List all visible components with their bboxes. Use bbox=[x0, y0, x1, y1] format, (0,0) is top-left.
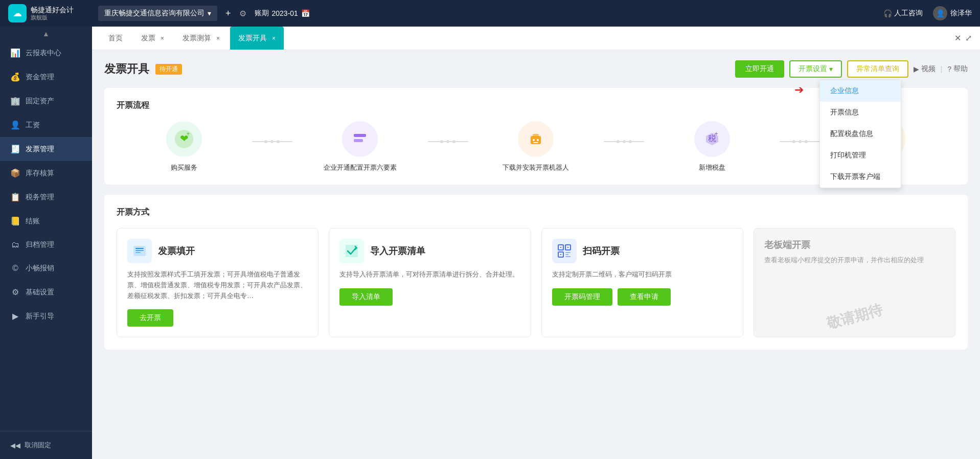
dropdown-item-tax-disk[interactable]: 配置税盘信息 bbox=[820, 123, 901, 145]
tab-fapiao-kaiju[interactable]: 发票开具 × bbox=[230, 27, 284, 50]
settings-button[interactable]: 开票设置 ▾ bbox=[789, 60, 842, 78]
sidebar-scroll-up[interactable]: ▲ bbox=[0, 27, 92, 41]
calendar-icon[interactable]: 📅 bbox=[301, 9, 310, 17]
tab-fapiao[interactable]: 发票 × bbox=[133, 27, 172, 50]
headphone-icon: 🎧 bbox=[883, 9, 892, 17]
dropdown-item-printer[interactable]: 打印机管理 bbox=[820, 145, 901, 166]
ledger-icon: 📒 bbox=[10, 216, 20, 226]
chart-icon: 📊 bbox=[10, 48, 20, 58]
import-list-icon bbox=[339, 239, 364, 263]
process-step-3: 下载并安装开票机器人 bbox=[468, 121, 604, 172]
invoice-icon: 🧾 bbox=[10, 144, 20, 154]
dropdown-item-download-client[interactable]: 下载开票客户端 bbox=[820, 166, 901, 188]
question-icon: ? bbox=[947, 65, 951, 73]
qrcode-manage-button[interactable]: 开票码管理 bbox=[552, 288, 612, 306]
sidebar-item-xinshouyin[interactable]: ▶ 新手引导 bbox=[0, 304, 92, 328]
sidebar: ▲ 📊 云报表中心 💰 资金管理 🏢 固定资产 👤 工资 🧾 发票管理 📦 库存… bbox=[0, 27, 92, 459]
process-step-4: 税+ 新增税盘 bbox=[644, 121, 780, 172]
tab-fapiao-cesuan[interactable]: 发票测算 × bbox=[174, 27, 228, 50]
expand-icon[interactable]: ⤢ bbox=[965, 33, 972, 43]
page-content: 发票开具 待开通 立即开通 开票设置 ▾ 异常清单查询 ▶ 视频 | bbox=[92, 50, 980, 459]
tab-bar-actions: ✕ ⤢ bbox=[954, 33, 972, 43]
go-invoice-button[interactable]: 去开票 bbox=[127, 309, 173, 327]
sidebar-item-kucun[interactable]: 📦 库存核算 bbox=[0, 161, 92, 185]
person-icon: 👤 bbox=[10, 120, 20, 130]
sidebar-item-jichushezhi[interactable]: ⚙ 基础设置 bbox=[0, 280, 92, 304]
svg-rect-18 bbox=[135, 250, 144, 251]
video-button[interactable]: ▶ 视频 bbox=[914, 64, 936, 74]
step-connector-1 bbox=[252, 141, 292, 152]
header-buttons: 立即开通 开票设置 ▾ 异常清单查询 ▶ 视频 | ? 帮助 bbox=[735, 60, 968, 78]
svg-rect-25 bbox=[567, 247, 568, 248]
svg-rect-3 bbox=[354, 134, 366, 137]
gear-icon: ⚙ bbox=[10, 287, 20, 297]
svg-rect-28 bbox=[565, 254, 568, 255]
svg-rect-19 bbox=[135, 252, 141, 253]
method-card-scan: 扫码开票 支持定制开票二维码，客户端可扫码开票 开票码管理 查看申请 bbox=[541, 228, 743, 337]
play-icon: ▶ bbox=[10, 311, 20, 321]
user-info[interactable]: 👤 徐泽华 bbox=[933, 6, 972, 20]
logo-text: 畅捷通好会计 旗舰版 bbox=[31, 6, 74, 21]
settings-icon[interactable]: ⚙ bbox=[239, 9, 246, 18]
tab-close-fapiao[interactable]: × bbox=[161, 35, 164, 42]
svg-rect-4 bbox=[354, 139, 363, 142]
sidebar-item-shuiwu[interactable]: 📋 税务管理 bbox=[0, 185, 92, 209]
tab-close-kaiju[interactable]: × bbox=[272, 35, 276, 42]
tax-icon: 📋 bbox=[10, 192, 20, 202]
method-card-header-2: 导入开票清单 bbox=[339, 239, 520, 263]
svg-rect-9 bbox=[533, 142, 538, 143]
sidebar-item-zijin[interactable]: 💰 资金管理 bbox=[0, 65, 92, 89]
step-icon-add-tax-disk: 税+ bbox=[694, 121, 730, 157]
activate-button[interactable]: 立即开通 bbox=[735, 60, 784, 78]
help-button[interactable]: ? 帮助 bbox=[947, 64, 968, 74]
pin-icon: ◀◀ bbox=[10, 442, 20, 449]
method-cards: 发票填开 支持按照发票样式手工填开发票；可开具增值税电子普通发票、增值税普通发票… bbox=[117, 228, 955, 337]
svg-rect-24 bbox=[560, 247, 561, 248]
tab-bar: 首页 发票 × 发票测算 × 发票开具 × ✕ ⤢ bbox=[92, 27, 980, 50]
page-header: 发票开具 待开通 立即开通 开票设置 ▾ 异常清单查询 ▶ 视频 | bbox=[104, 60, 968, 78]
view-apply-button[interactable]: 查看申请 bbox=[618, 288, 671, 306]
svg-point-7 bbox=[533, 139, 535, 141]
dropdown-item-invoice-info[interactable]: 开票信息 bbox=[820, 102, 901, 123]
tab-close-cesuan[interactable]: × bbox=[216, 35, 220, 42]
add-button[interactable]: + bbox=[225, 8, 231, 19]
step-icon-config-enterprise bbox=[342, 121, 378, 157]
consult-button[interactable]: 🎧 人工咨询 bbox=[883, 9, 923, 18]
sidebar-item-xiaochangbao[interactable]: © 小畅报销 bbox=[0, 257, 92, 280]
tab-home[interactable]: 首页 bbox=[100, 27, 131, 50]
svg-rect-29 bbox=[565, 256, 571, 257]
svg-rect-26 bbox=[560, 254, 561, 255]
sidebar-bottom: ◀◀ 取消固定 bbox=[0, 431, 92, 459]
sidebar-item-fapiao[interactable]: 🧾 发票管理 bbox=[0, 137, 92, 161]
svg-rect-17 bbox=[135, 248, 144, 249]
svg-rect-6 bbox=[533, 134, 539, 137]
manual-fill-icon bbox=[127, 239, 152, 263]
archive-icon: 🗂 bbox=[10, 240, 20, 249]
abnormal-button[interactable]: 异常清单查询 bbox=[847, 60, 908, 78]
import-list-button[interactable]: 导入清单 bbox=[339, 288, 393, 306]
sidebar-item-jiezhang[interactable]: 📒 结账 bbox=[0, 209, 92, 233]
cancel-pin-button[interactable]: ◀◀ 取消固定 bbox=[0, 435, 92, 455]
step-connector-2 bbox=[428, 141, 468, 152]
step-connector-4 bbox=[780, 141, 820, 152]
sidebar-item-guding[interactable]: 🏢 固定资产 bbox=[0, 89, 92, 113]
svg-text:+: + bbox=[714, 130, 718, 137]
scan-icon bbox=[552, 239, 577, 263]
close-window-icon[interactable]: ✕ bbox=[954, 33, 961, 43]
svg-point-8 bbox=[537, 139, 539, 141]
dropdown-item-company-info[interactable]: 企业信息 bbox=[820, 80, 901, 102]
company-selector[interactable]: 重庆畅捷交通信息咨询有限公司 ▾ bbox=[98, 6, 217, 21]
status-badge: 待开通 bbox=[155, 64, 182, 75]
sidebar-item-yunbao[interactable]: 📊 云报表中心 bbox=[0, 41, 92, 65]
play-circle-icon: ▶ bbox=[914, 65, 919, 73]
process-step-1: ❤+ 购买服务 bbox=[117, 121, 252, 172]
watermark: 敬请期待 bbox=[755, 282, 954, 337]
method-card-manual-fill: 发票填开 支持按照发票样式手工填开发票；可开具增值税电子普通发票、增值税普通发票… bbox=[117, 228, 318, 337]
method-card-header-3: 扫码开票 bbox=[552, 239, 733, 263]
sidebar-item-guidang[interactable]: 🗂 归档管理 bbox=[0, 233, 92, 257]
period-info: 账期 2023-01 📅 bbox=[255, 9, 310, 18]
avatar: 👤 bbox=[933, 6, 947, 20]
step-icon-buy-service: ❤+ bbox=[166, 121, 202, 157]
page-title: 发票开具 bbox=[104, 61, 149, 77]
sidebar-item-gongzi[interactable]: 👤 工资 bbox=[0, 113, 92, 137]
